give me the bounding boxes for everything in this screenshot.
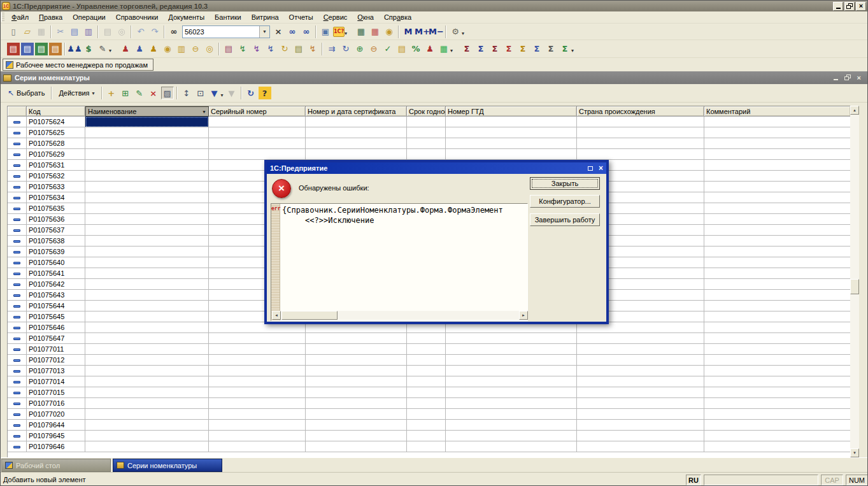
cell-code[interactable]: P01075631 (27, 160, 85, 171)
cell-code[interactable]: P01077020 (27, 409, 85, 420)
cell-empty[interactable] (85, 431, 209, 441)
report-pair-icon[interactable]: Σ (488, 43, 501, 55)
cell-empty[interactable] (85, 441, 209, 452)
cell-empty[interactable] (704, 192, 851, 203)
filter-icon[interactable]: ▼ (208, 87, 221, 99)
cell-empty[interactable] (407, 149, 446, 160)
column-header[interactable]: Комментарий (704, 106, 851, 117)
gripper[interactable] (1, 13, 4, 22)
selected-cell[interactable] (85, 117, 209, 127)
cell-empty[interactable] (704, 301, 851, 311)
hscroll-thumb[interactable] (281, 311, 338, 320)
cell-empty[interactable] (704, 398, 851, 409)
calculator-icon[interactable]: ▦ (355, 25, 367, 38)
cell-code[interactable]: P01075632 (27, 171, 85, 182)
cell-empty[interactable] (704, 333, 851, 344)
cell-empty[interactable] (209, 355, 306, 366)
hscroll-right-button[interactable]: ► (519, 311, 528, 320)
column-header[interactable]: Страна происхождения (577, 106, 704, 117)
cell-empty[interactable] (704, 236, 851, 247)
menu-item[interactable]: Сервис (318, 12, 353, 22)
row-selector-cell[interactable] (8, 398, 27, 409)
row-selector-cell[interactable] (8, 192, 27, 203)
scroll-up-button[interactable]: ▲ (850, 106, 859, 115)
column-header[interactable]: Номер ГТД (446, 106, 577, 117)
menu-item[interactable]: Справка (379, 12, 416, 22)
coins-pile-icon[interactable]: ◎ (203, 43, 216, 55)
cell-empty[interactable] (306, 333, 407, 344)
cell-empty[interactable] (209, 138, 306, 149)
table-row[interactable]: P01079646 (8, 441, 850, 452)
cell-empty[interactable] (577, 409, 704, 420)
cell-empty[interactable] (85, 344, 209, 355)
clear-find-icon[interactable]: × (272, 25, 285, 38)
cell-code[interactable]: P01077013 (27, 366, 85, 376)
temporary-lock-icon[interactable]: ◉ (383, 25, 395, 38)
sort-order-icon[interactable]: ↕ (180, 87, 193, 99)
cashier-gold-icon[interactable]: ♟ (147, 43, 160, 55)
cell-empty[interactable] (577, 117, 704, 127)
cell-empty[interactable] (85, 279, 209, 290)
combo-dropdown-icon[interactable]: ▼ (259, 26, 269, 38)
cut-icon[interactable]: ✂ (54, 25, 67, 38)
row-selector-cell[interactable] (8, 290, 27, 301)
cell-empty[interactable] (446, 355, 577, 366)
cell-empty[interactable] (446, 149, 577, 160)
scroll-down-button[interactable]: ▼ (850, 448, 859, 457)
table-row[interactable]: P01075629 (8, 149, 850, 160)
cell-empty[interactable] (446, 333, 577, 344)
cell-code[interactable]: P01077016 (27, 398, 85, 409)
cell-empty[interactable] (85, 149, 209, 160)
cell-empty[interactable] (85, 160, 209, 171)
dialog-maximize-button[interactable] (588, 164, 593, 172)
cell-empty[interactable] (85, 268, 209, 279)
report-stock-icon[interactable]: Σ (502, 43, 515, 55)
doc-approved-icon[interactable]: ✓ (381, 43, 394, 55)
coins-minus-icon[interactable]: ⊖ (189, 43, 202, 55)
cell-empty[interactable] (704, 290, 851, 301)
new-document-icon[interactable]: ▯ (7, 25, 20, 38)
cell-empty[interactable] (704, 366, 851, 376)
dialog-close-x-button[interactable]: × (599, 164, 603, 172)
cell-empty[interactable] (407, 117, 446, 127)
menu-item[interactable]: Справочники (111, 12, 164, 22)
cell-code[interactable]: P01077012 (27, 355, 85, 366)
row-selector-cell[interactable] (8, 420, 27, 431)
cell-empty[interactable] (407, 138, 446, 149)
cell-empty[interactable] (209, 366, 306, 376)
doc-coins-icon[interactable]: ▤ (292, 43, 305, 55)
cell-empty[interactable] (209, 117, 306, 127)
doc-return-icon[interactable]: ↻ (339, 43, 352, 55)
cell-empty[interactable] (446, 441, 577, 452)
table-row[interactable]: P01079645 (8, 431, 850, 441)
cell-empty[interactable] (704, 171, 851, 182)
cell-empty[interactable] (85, 387, 209, 398)
cell-empty[interactable] (85, 301, 209, 311)
tools-icon[interactable]: ⚙ (449, 25, 462, 38)
cell-empty[interactable] (85, 127, 209, 138)
column-header[interactable]: Код (27, 106, 85, 117)
coins-add-icon[interactable]: ⊕ (353, 43, 366, 55)
report-check-icon[interactable]: Σ (559, 43, 571, 55)
cell-empty[interactable] (306, 441, 407, 452)
hscroll-left-button[interactable]: ◄ (272, 311, 281, 320)
clear-filter-icon[interactable]: ▼ (225, 87, 238, 99)
cell-code[interactable]: P01075640 (27, 257, 85, 268)
table-row[interactable]: P01077020 (8, 409, 850, 420)
table-row[interactable]: P01075647 (8, 333, 850, 344)
row-selector-cell[interactable] (8, 203, 27, 214)
dialog-close-button[interactable]: Закрыть (530, 177, 600, 190)
cell-empty[interactable] (704, 322, 851, 333)
cell-empty[interactable] (577, 355, 704, 366)
cell-empty[interactable] (407, 127, 446, 138)
sign-document-icon[interactable]: ✎ (96, 43, 109, 55)
cell-empty[interactable] (577, 344, 704, 355)
row-selector-cell[interactable] (8, 279, 27, 290)
table-row[interactable]: P01077011 (8, 344, 850, 355)
cell-code[interactable]: P01075636 (27, 214, 85, 225)
cell-empty[interactable] (446, 420, 577, 431)
cell-empty[interactable] (704, 117, 851, 127)
row-selector-cell[interactable] (8, 127, 27, 138)
money-scale-icon[interactable]: $ (82, 43, 95, 55)
report-goods-icon[interactable]: Σ (530, 43, 543, 55)
